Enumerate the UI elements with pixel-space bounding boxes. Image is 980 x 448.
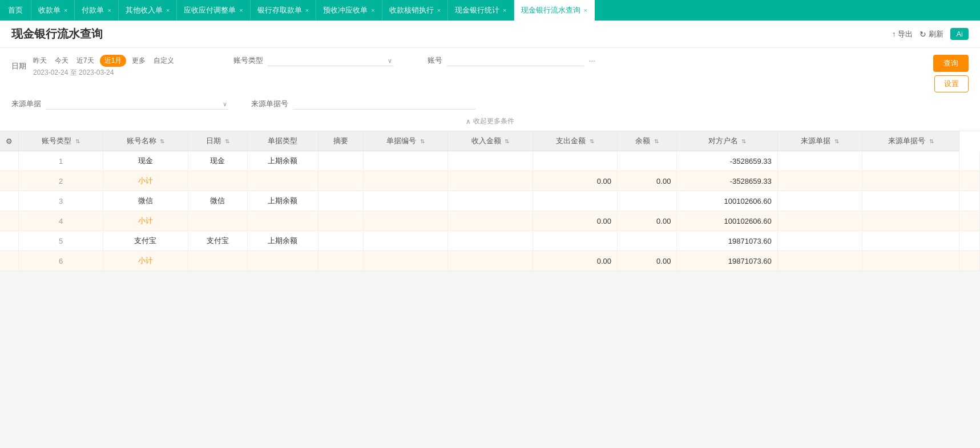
- gear-cell: [0, 171, 19, 191]
- settings-button[interactable]: 设置: [934, 75, 969, 92]
- row-number: 4: [19, 211, 103, 231]
- refresh-button[interactable]: ↻ 刷新: [919, 29, 943, 39]
- account-type-input[interactable]: [268, 55, 393, 66]
- cell-source-doc-no: [959, 151, 980, 171]
- date-btn-yesterday[interactable]: 昨天: [31, 55, 49, 67]
- filter-section: 日期 昨天 今天 近7天 近1月 更多 自定义 2023-02-24 至 202…: [0, 48, 980, 131]
- close-icon[interactable]: ×: [64, 7, 67, 14]
- cell-income: 0.00: [533, 251, 617, 271]
- sort-icon: ⇅: [225, 138, 229, 144]
- table-row[interactable]: 1现金现金上期余额-3528659.33: [0, 151, 980, 171]
- cell-account-type: 支付宝: [103, 231, 188, 251]
- account-input[interactable]: [447, 55, 584, 66]
- date-shortcuts: 昨天 今天 近7天 近1月 更多 自定义: [31, 55, 176, 67]
- col-header-doc-no[interactable]: 单据编号 ⇅: [364, 131, 448, 151]
- gear-column-header[interactable]: ⚙: [0, 131, 19, 151]
- collapse-button[interactable]: ∧ 收起更多条件: [466, 116, 514, 126]
- col-header-balance[interactable]: 余额 ⇅: [618, 131, 677, 151]
- col-header-doc-type[interactable]: 单据类型: [247, 131, 318, 151]
- source-doc-no-input[interactable]: [293, 98, 475, 110]
- nav-tab-label: 预收冲应收单: [323, 5, 368, 15]
- cell-summary: [364, 211, 448, 231]
- cell-doc-no: [448, 251, 533, 271]
- date-btn-today[interactable]: 今天: [53, 55, 71, 67]
- cell-account-name: 支付宝: [188, 231, 247, 251]
- cell-source-doc: [862, 191, 959, 211]
- nav-tab-yushou[interactable]: 预收冲应收单 ×: [316, 0, 382, 21]
- cell-doc-type: [318, 151, 364, 171]
- query-button[interactable]: 查询: [933, 55, 969, 72]
- header-actions: ↑ 导出 ↻ 刷新 Ai: [892, 28, 969, 40]
- ai-label: Ai: [956, 30, 963, 38]
- close-icon[interactable]: ×: [503, 7, 506, 14]
- cell-balance: -3528659.33: [677, 151, 777, 171]
- nav-tab-fukuandan[interactable]: 付款单 ×: [75, 0, 118, 21]
- close-icon[interactable]: ×: [437, 7, 441, 14]
- col-header-source-doc-no[interactable]: 来源单据号 ⇅: [862, 131, 959, 151]
- date-range-text: 2023-02-24 至 2023-03-24: [33, 68, 176, 78]
- nav-tab-liushui[interactable]: 现金银行流水查询 ×: [514, 0, 595, 21]
- table-row[interactable]: 6小计0.000.0019871073.60: [0, 251, 980, 271]
- source-doc-input[interactable]: [46, 98, 228, 110]
- table-row[interactable]: 2小计0.000.00-3528659.33: [0, 171, 980, 191]
- nav-tab-qitashouru[interactable]: 其他收入单 ×: [119, 0, 177, 21]
- close-icon[interactable]: ×: [305, 7, 309, 14]
- table-row[interactable]: 3微信微信上期余额100102606.60: [0, 191, 980, 211]
- export-icon: ↑: [892, 30, 896, 38]
- sort-icon: ⇅: [929, 138, 934, 144]
- nav-tab-shoukuandan[interactable]: 收款单 ×: [31, 0, 75, 21]
- right-actions: 查询 设置: [933, 55, 969, 92]
- nav-tab-shoukuanhexiao[interactable]: 收款核销执行 ×: [382, 0, 448, 21]
- collapse-row: ∧ 收起更多条件: [11, 114, 969, 126]
- date-btn-custom[interactable]: 自定义: [151, 55, 176, 67]
- cell-expense: 0.00: [618, 251, 677, 271]
- cell-doc-no: [448, 191, 533, 211]
- cell-date: [247, 171, 318, 191]
- cell-income: 0.00: [533, 171, 617, 191]
- close-icon[interactable]: ×: [239, 7, 243, 14]
- nav-tab-xianjinyinhang[interactable]: 现金银行统计 ×: [448, 0, 514, 21]
- col-header-expense[interactable]: 支出金额 ⇅: [533, 131, 617, 151]
- cell-date: 上期余额: [247, 191, 318, 211]
- col-header-income[interactable]: 收入金额 ⇅: [448, 131, 533, 151]
- close-icon[interactable]: ×: [584, 7, 587, 14]
- table-row[interactable]: 4小计0.000.00100102606.60: [0, 211, 980, 231]
- col-header-summary[interactable]: 摘要: [318, 131, 364, 151]
- col-header-date[interactable]: 日期 ⇅: [188, 131, 247, 151]
- cell-doc-no: [448, 151, 533, 171]
- row-number: 2: [19, 171, 103, 191]
- date-btn-more[interactable]: 更多: [130, 55, 148, 67]
- cell-doc-no: [448, 231, 533, 251]
- nav-tab-label: 付款单: [82, 5, 104, 15]
- col-header-account-name[interactable]: 账号名称 ⇅: [103, 131, 188, 151]
- date-btn-7days[interactable]: 近7天: [74, 55, 96, 67]
- col-header-source-doc[interactable]: 来源单据 ⇅: [777, 131, 862, 151]
- cell-account-type: 小计: [103, 171, 188, 191]
- cell-counterparty: [777, 171, 862, 191]
- nav-home[interactable]: 首页: [0, 0, 31, 21]
- cell-doc-type: [318, 211, 364, 231]
- cell-source-doc: [862, 211, 959, 231]
- cell-counterparty: [777, 251, 862, 271]
- close-icon[interactable]: ×: [166, 7, 170, 14]
- nav-tab-label: 收款核销执行: [389, 5, 434, 15]
- nav-tab-label: 现金银行流水查询: [521, 5, 580, 15]
- table-row[interactable]: 5支付宝支付宝上期余额19871073.60: [0, 231, 980, 251]
- export-button[interactable]: ↑ 导出: [892, 29, 913, 39]
- col-header-counterparty[interactable]: 对方户名 ⇅: [677, 131, 777, 151]
- cell-balance: 19871073.60: [677, 231, 777, 251]
- nav-tab-yingshouyingfu[interactable]: 应收应付调整单 ×: [177, 0, 250, 21]
- ai-button[interactable]: Ai: [950, 28, 969, 40]
- close-icon[interactable]: ×: [107, 7, 111, 14]
- date-btn-1month[interactable]: 近1月: [100, 55, 127, 67]
- cell-date: [247, 251, 318, 271]
- nav-tab-yinhangcunqu[interactable]: 银行存取款单 ×: [251, 0, 316, 21]
- close-icon[interactable]: ×: [371, 7, 374, 14]
- cell-source-doc: [862, 151, 959, 171]
- page-title: 现金银行流水查询: [11, 26, 103, 42]
- chevron-up-icon: ∧: [466, 118, 471, 126]
- nav-tab-label: 应收应付调整单: [184, 5, 236, 15]
- ellipsis-icon[interactable]: ···: [588, 56, 595, 65]
- gear-cell: [0, 151, 19, 171]
- col-header-account-type[interactable]: 账号类型 ⇅: [19, 131, 103, 151]
